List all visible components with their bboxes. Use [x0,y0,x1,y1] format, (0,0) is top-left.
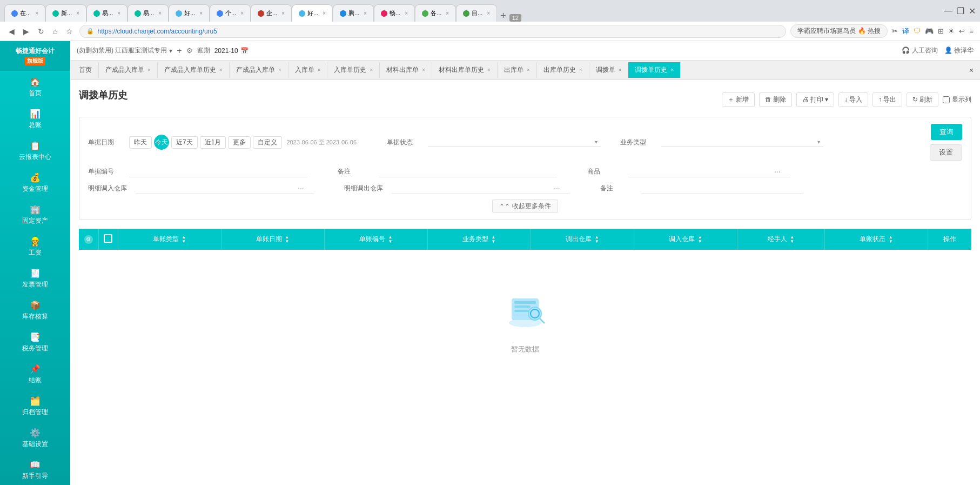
setting-btn[interactable]: 设置 [930,144,962,161]
back-btn[interactable]: ◀ [6,25,17,38]
tab-finished-in-history[interactable]: 产成品入库单历史 × [158,62,230,78]
minimize-btn[interactable]: — [944,6,952,16]
tab-material-out[interactable]: 材料出库单 × [380,62,432,78]
browser-tab-2[interactable]: 新... × [45,4,86,22]
refresh-btn[interactable]: ↻ 刷新 [907,92,938,107]
import-btn[interactable]: ↓ 导入 [838,92,868,107]
show-columns-check[interactable]: 显示列 [943,95,971,104]
th-in-warehouse[interactable]: 调入仓库 ▲▼ [634,229,737,250]
tab-finished-in[interactable]: 产成品入库单 × [99,62,158,78]
close-btn[interactable]: ✕ [969,6,976,16]
tab-transfer-history-close[interactable]: × [670,67,674,73]
forward-btn[interactable]: ▶ [21,25,31,38]
business-type-select[interactable]: ▾ [661,137,823,147]
browser-tab-1[interactable]: 在... × [4,4,45,22]
url-bar[interactable]: 🔒 https://cloud.chanjet.com/accounting/u… [79,25,786,38]
print-btn[interactable]: 🖨 打印 ▾ [796,92,834,107]
sidebar-item-inventory[interactable]: 📦 库存核算 [0,295,70,327]
th-out-warehouse[interactable]: 调出仓库 ▲▼ [531,229,634,250]
tab-in-close[interactable]: × [318,67,321,73]
in-warehouse-dots-btn[interactable]: ··· [298,184,304,192]
tab-in[interactable]: 入库单 × [288,62,328,78]
column-settings-icon[interactable]: ⚙ [84,235,93,244]
query-btn[interactable]: 查询 [931,124,962,140]
out-warehouse-input[interactable] [392,183,554,194]
sidebar-item-reports[interactable]: 📋 云报表中心 [0,135,70,167]
tab-home[interactable]: 首页 [72,62,99,78]
date-yesterday-btn[interactable]: 昨天 [129,136,152,149]
tab-in-history-close[interactable]: × [370,67,373,73]
date-1month-btn[interactable]: 近1月 [200,136,226,149]
th-doc-date[interactable]: 单账日期 ▲▼ [221,229,324,250]
docno-input[interactable] [129,166,307,177]
close-all-tabs-btn[interactable]: × [965,66,978,75]
browser-tab-3[interactable]: 易... × [86,4,127,22]
note-input[interactable] [379,166,557,177]
browser-tab-12[interactable]: 目... × [456,4,497,22]
date-7days-btn[interactable]: 近7天 [171,136,198,149]
status-select[interactable]: ▾ [428,137,601,147]
new-tab-btn[interactable]: + [497,10,509,22]
date-custom-btn[interactable]: 自定义 [253,136,282,149]
period-selector[interactable]: 2021-10 📅 [214,47,249,55]
browser-tab-4[interactable]: 易... × [127,4,169,22]
home-btn[interactable]: ⌂ [51,25,59,38]
sidebar-item-tax[interactable]: 📑 税务管理 [0,327,70,358]
browser-tab-8[interactable]: 好... × [292,4,333,22]
reload-btn[interactable]: ↻ [36,25,46,38]
tab-out-close[interactable]: × [527,67,530,73]
tab-in-history[interactable]: 入库单历史 × [327,62,380,78]
consultation-btn[interactable]: 🎧 人工咨询 [902,46,937,55]
sidebar-item-invoice[interactable]: 🧾 发票管理 [0,263,70,295]
browser-tab-9[interactable]: 腾... × [333,4,374,22]
add-company-btn[interactable]: + [177,46,182,56]
out-warehouse-dots-btn[interactable]: ··· [554,184,560,192]
th-handler[interactable]: 经手人 ▲▼ [737,229,825,250]
th-checkbox[interactable] [98,229,118,250]
sidebar-item-payroll[interactable]: 👷 工资 [0,231,70,263]
browser-tab-5[interactable]: 好... × [169,4,210,22]
note2-input[interactable] [641,183,803,194]
tab-transfer-history[interactable]: 调拨单历史 × [628,62,681,78]
collapse-btn[interactable]: ⌃⌃ 收起更多条件 [492,200,558,213]
tab-material-out-history-close[interactable]: × [487,67,491,73]
th-gear[interactable]: ⚙ [79,229,98,250]
in-warehouse-input[interactable] [136,183,298,194]
select-all-checkbox[interactable] [104,234,112,243]
tab-out[interactable]: 出库单 × [498,62,537,78]
th-doc-no[interactable]: 单账编号 ▲▼ [324,229,427,250]
tab-material-out-close[interactable]: × [422,67,425,73]
tab-transfer-close[interactable]: × [619,67,622,73]
tab-finished-in2-close[interactable]: × [278,67,281,73]
maximize-btn[interactable]: ❐ [957,6,964,16]
browser-tab-11[interactable]: 各... × [415,4,456,22]
sidebar-item-assets[interactable]: 🏢 固定资产 [0,199,70,231]
browser-tab-10[interactable]: 畅... × [374,4,415,22]
goods-dots-btn[interactable]: ··· [774,167,781,176]
sidebar-item-ledger[interactable]: 📊 总账 [0,103,70,135]
sidebar-item-archive[interactable]: 🗂️ 归档管理 [0,390,70,422]
tab-finished-in2[interactable]: 产成品入库单 × [230,62,288,78]
export-btn[interactable]: ↑ 导出 [872,92,902,107]
tab-out-history-close[interactable]: × [579,67,582,73]
user-avatar[interactable]: 👤 徐泽华 [944,46,974,55]
goods-input[interactable] [628,166,774,177]
sidebar-item-settings[interactable]: ⚙️ 基础设置 [0,422,70,454]
bookmark-btn[interactable]: ☆ [64,25,75,38]
company-settings-btn[interactable]: ⚙ [186,46,193,55]
th-biz-type[interactable]: 业务类型 ▲▼ [427,229,531,250]
delete-btn[interactable]: 🗑 删除 [759,92,792,107]
sidebar-item-guide[interactable]: 📖 新手引导 [0,454,70,485]
tab-finished-in-history-close[interactable]: × [219,67,223,73]
tab-material-out-history[interactable]: 材料出库单历史 × [432,62,498,78]
tab-finished-in-close[interactable]: × [147,67,151,73]
sidebar-item-home[interactable]: 🏠 首页 [0,71,70,103]
new-btn[interactable]: ＋ 新增 [722,92,755,107]
th-doc-type[interactable]: 单账类型 ▲▼ [118,229,221,250]
sidebar-item-funds[interactable]: 💰 资金管理 [0,167,70,199]
show-columns-checkbox[interactable] [943,96,950,103]
date-today-btn[interactable]: 今天 [154,135,169,150]
browser-tab-6[interactable]: 个... × [210,4,251,22]
browser-tab-7[interactable]: 企... × [251,4,292,22]
company-selector[interactable]: (勿删勿禁用) 江西服宝测试专用 ▾ [77,46,172,55]
